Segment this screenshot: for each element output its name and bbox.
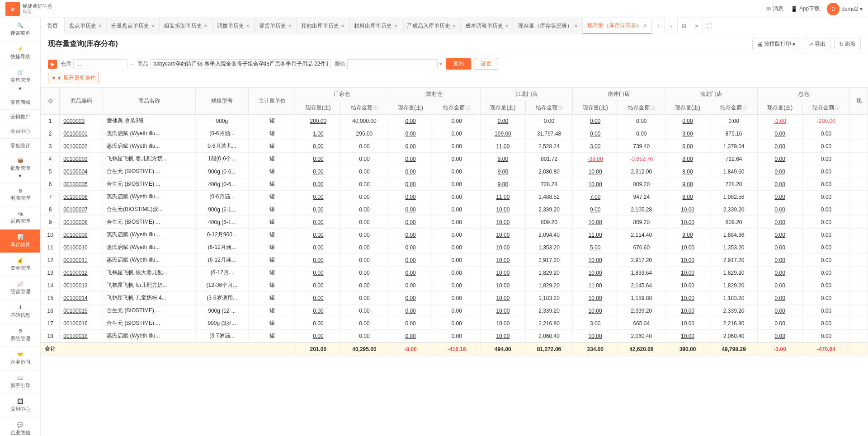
row-na-qty[interactable]: 7.00 <box>573 191 618 203</box>
row-yb-qty[interactable]: 10.00 <box>665 241 710 254</box>
row-code[interactable]: 00100002 <box>60 140 103 153</box>
search-btn[interactable]: 查询 <box>446 58 471 70</box>
row-jb-qty[interactable]: 10.00 <box>481 241 525 254</box>
info-icon[interactable]: ⓘ <box>373 105 378 110</box>
row-c-qty[interactable]: 0.00 <box>388 178 433 191</box>
row-yb-qty[interactable]: 8.00 <box>665 191 710 203</box>
tab-prev-btn[interactable]: ‹ <box>652 18 665 34</box>
row-jb-qty[interactable]: 10.00 <box>481 216 525 229</box>
tab-maximize-btn[interactable]: ⛶ <box>703 18 715 34</box>
row-code[interactable]: 00100001 <box>60 127 103 140</box>
tab-stock-status[interactable]: 现存量（库存状况表） ✕ <box>514 18 583 34</box>
row-f-qty[interactable]: 0.00 <box>296 254 340 267</box>
row-t-qty[interactable]: 0.00 <box>758 216 802 229</box>
row-jb-qty[interactable]: 10.00 <box>481 254 525 267</box>
row-c-qty[interactable]: 0.00 <box>388 203 433 216</box>
row-na-qty[interactable]: 10.00 <box>573 267 618 279</box>
sidebar-item-retail-store[interactable]: 零售商城 <box>0 95 40 110</box>
row-code[interactable]: 00100014 <box>60 292 103 305</box>
tab-pick[interactable]: 要货单历史 ✕ <box>255 18 297 34</box>
table-container[interactable]: ⚙ 商品编码 商品名称 规格型号 主计量单位 厂家仓 陈村仓 江北门店 南岸门店… <box>41 87 868 436</box>
row-na-qty[interactable]: 0.00 <box>573 127 618 140</box>
row-c-qty[interactable]: 0.00 <box>388 267 433 279</box>
row-na-qty[interactable]: 10.00 <box>573 305 618 317</box>
row-na-qty[interactable]: 10.00 <box>573 292 618 305</box>
expand-conditions-btn[interactable]: ▼▼ 展开更多条件 <box>48 73 99 83</box>
row-t-qty[interactable]: 0.00 <box>758 241 802 254</box>
tab-product-in[interactable]: 产成品入库单历史 ✕ <box>402 18 461 34</box>
row-jb-qty[interactable]: 10.00 <box>481 267 525 279</box>
tab-close-icon[interactable]: ✕ <box>246 23 250 28</box>
row-f-qty[interactable]: 0.00 <box>296 305 340 317</box>
row-code[interactable]: 00100003 <box>60 153 103 165</box>
sidebar-item-guide[interactable]: 📖 新手引导 <box>0 370 40 394</box>
row-f-qty[interactable]: 0.00 <box>296 292 340 305</box>
row-jb-qty[interactable]: 11.00 <box>481 191 525 203</box>
row-t-qty[interactable]: 0.00 <box>758 267 802 279</box>
row-jb-qty[interactable]: 9.00 <box>481 178 525 191</box>
row-t-qty[interactable]: 0.00 <box>758 292 802 305</box>
sidebar-item-nav[interactable]: ⚡ 快捷导航 <box>0 42 40 65</box>
row-c-qty[interactable]: 0.00 <box>388 165 433 178</box>
info-icon6[interactable]: ⓘ <box>835 105 840 110</box>
row-na-qty[interactable]: -39.00 <box>573 153 618 165</box>
tab-close-icon[interactable]: ✕ <box>574 23 578 28</box>
sidebar-item-basics[interactable]: ℹ 基础信息 <box>0 300 40 323</box>
row-yb-qty[interactable]: 9.00 <box>665 229 710 241</box>
tab-next-btn[interactable]: › <box>665 18 677 34</box>
row-na-qty[interactable]: 3.00 <box>573 317 618 330</box>
row-f-qty[interactable]: 0.00 <box>296 153 340 165</box>
row-yb-qty[interactable]: 10.00 <box>665 279 710 292</box>
settings-icon[interactable]: ⚙ <box>47 98 53 105</box>
row-yb-qty[interactable]: 9.00 <box>665 178 710 191</box>
row-c-qty[interactable]: 0.00 <box>388 279 433 292</box>
row-jb-qty[interactable]: 9.00 <box>481 153 525 165</box>
row-f-qty[interactable]: 0.00 <box>296 241 340 254</box>
row-t-qty[interactable]: 0.00 <box>758 127 802 140</box>
row-code[interactable]: 00100004 <box>60 165 103 178</box>
tab-menu-btn[interactable]: ⊟ <box>677 18 690 34</box>
tab-transfer[interactable]: 调拨单历史 ✕ <box>212 18 255 34</box>
sidebar-item-operations[interactable]: 📈 经营管理 <box>0 277 40 300</box>
sidebar-item-ecommerce[interactable]: 🖥 电商管理 <box>0 183 40 206</box>
row-t-qty[interactable]: 0.00 <box>758 254 802 267</box>
sidebar-item-wholesale[interactable]: 📦 批发管理 ▼ <box>0 153 40 183</box>
row-code[interactable]: 00100018 <box>60 330 103 343</box>
sidebar-item-inventory[interactable]: 📊 库存核算 <box>0 230 40 253</box>
row-jb-qty[interactable]: 10.00 <box>481 203 525 216</box>
tab-stock-sub[interactable]: 分量盘点单历史 ✕ <box>107 18 160 34</box>
row-code[interactable]: 00100016 <box>60 317 103 330</box>
row-t-qty[interactable]: 0.00 <box>758 178 802 191</box>
row-t-qty[interactable]: -1.00 <box>758 115 802 127</box>
tab-close-icon[interactable]: ✕ <box>505 23 509 28</box>
row-code[interactable]: 00100008 <box>60 216 103 229</box>
row-yb-qty[interactable]: 10.00 <box>665 267 710 279</box>
tab-stock-single[interactable]: 盘点单历史 ✕ <box>65 18 107 34</box>
sidebar-item-retail-stats[interactable]: 零售统计 <box>0 139 40 153</box>
tab-close-icon[interactable]: ✕ <box>98 23 102 28</box>
row-na-qty[interactable]: 11.00 <box>573 279 618 292</box>
row-code[interactable]: 0000003 <box>60 115 103 127</box>
row-yb-qty[interactable]: 3.00 <box>665 127 710 140</box>
row-yb-qty[interactable]: 10.00 <box>665 317 710 330</box>
row-f-qty[interactable]: 0.00 <box>296 216 340 229</box>
info-icon3[interactable]: ⓘ <box>558 105 563 110</box>
tab-close-icon[interactable]: ✕ <box>452 23 456 28</box>
row-code[interactable]: 00100006 <box>60 191 103 203</box>
filter-toggle-btn[interactable]: ▶ <box>48 60 57 69</box>
row-t-qty[interactable]: 0.00 <box>758 203 802 216</box>
info-icon4[interactable]: ⓘ <box>651 105 655 110</box>
sidebar-item-purchase[interactable]: 🛍 采购管理 <box>0 206 40 230</box>
tab-assembly[interactable]: 组装拆卸单历史 ✕ <box>160 18 212 34</box>
row-c-qty[interactable]: 0.00 <box>388 153 433 165</box>
row-t-qty[interactable]: 0.00 <box>758 165 802 178</box>
row-c-qty[interactable]: 0.00 <box>388 115 433 127</box>
row-code[interactable]: 00100015 <box>60 305 103 317</box>
message-btn[interactable]: ✉ 消息 <box>766 5 783 13</box>
sidebar-item-system[interactable]: ⚙ 系统管理 <box>0 323 40 347</box>
tab-close-icon[interactable]: ✕ <box>204 23 208 28</box>
row-na-qty[interactable]: 5.00 <box>573 241 618 254</box>
tab-close-active-icon[interactable]: ✕ <box>643 23 647 28</box>
row-yb-qty[interactable]: 10.00 <box>665 216 710 229</box>
row-t-qty[interactable]: 0.00 <box>758 229 802 241</box>
